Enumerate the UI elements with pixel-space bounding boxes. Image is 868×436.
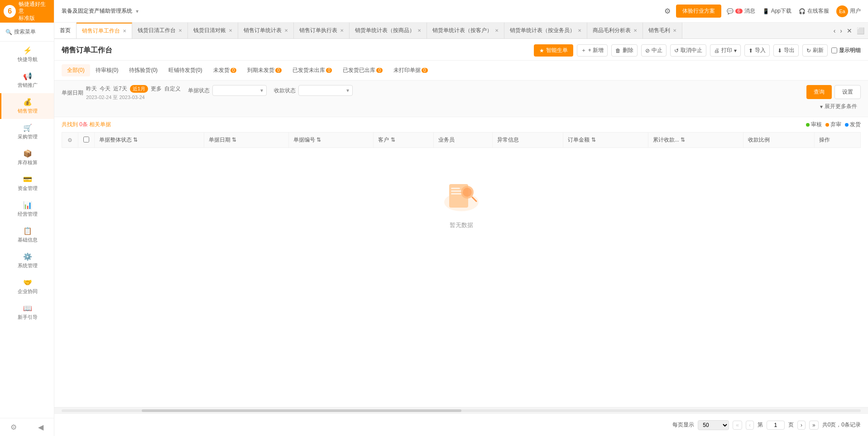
sidebar-item-sales[interactable]: 💰 销售管理	[0, 93, 54, 119]
search-menu-button[interactable]: 🔍 搜索菜单	[3, 26, 51, 38]
query-button[interactable]: 查询	[806, 85, 832, 99]
last-page-button[interactable]: »	[809, 421, 819, 430]
sidebar-item-inventory[interactable]: 📦 库存核算	[0, 145, 54, 171]
add-button[interactable]: ＋ + 新增	[577, 44, 608, 57]
page-input[interactable]	[767, 421, 785, 430]
tab-scroll-prev[interactable]: ‹	[832, 26, 838, 35]
col-date-header[interactable]: 单据日期 ⇅	[204, 133, 288, 148]
tab-sales-stats[interactable]: 销售订单统计表 ✕	[238, 23, 294, 38]
tab-sales-customer-stats[interactable]: 销货单统计表（按客户） ✕	[427, 23, 504, 38]
tab-close-sales-product[interactable]: ✕	[417, 28, 421, 33]
per-page-select[interactable]: 10 20 50 100	[698, 420, 729, 430]
select-all-checkbox[interactable]	[83, 137, 89, 142]
col-customer-header[interactable]: 客户 ⇅	[374, 133, 434, 148]
tab-home[interactable]: 首页	[54, 23, 77, 38]
tab-sales-exec[interactable]: 销售订单执行表 ✕	[294, 23, 350, 38]
show-detail-label[interactable]: 显示明细	[831, 47, 861, 54]
col-amount-header[interactable]: 订单金额 ⇅	[563, 133, 648, 148]
sub-tab-not-shipped[interactable]: 未发货0	[208, 64, 242, 76]
app-download-button[interactable]: 📱 App下载	[762, 7, 791, 15]
filter-date-more[interactable]: 更多	[151, 85, 162, 93]
col-status-header[interactable]: 单据整体状态 ⇅	[95, 133, 204, 148]
first-page-button[interactable]: «	[733, 421, 742, 430]
cancel-audit-action[interactable]: 弃审	[825, 121, 841, 128]
export-button[interactable]: ⬇ 导出	[773, 44, 799, 57]
tab-close-cash-reconcile[interactable]: ✕	[229, 28, 232, 33]
smart-create-button[interactable]: ★ 智能生单	[534, 44, 573, 57]
guide-icon: 📖	[23, 304, 32, 313]
sub-tab-wangpu-pending[interactable]: 旺铺待发货(0)	[163, 64, 208, 76]
filter-payment-item: 收款状态	[274, 85, 353, 96]
system-title-arrow[interactable]: ▾	[136, 8, 139, 14]
sidebar-item-guide[interactable]: 📖 新手引导	[0, 299, 54, 325]
col-received-header[interactable]: 累计收款... ⇅	[648, 133, 743, 148]
tab-restore[interactable]: ⬜	[855, 26, 866, 35]
tab-close-sales-gross[interactable]: ✕	[673, 28, 676, 33]
set-button[interactable]: 设置	[834, 85, 861, 99]
tab-close-sales-stats[interactable]: ✕	[284, 28, 288, 33]
tab-sales-product-stats[interactable]: 销货单统计表（按商品） ✕	[350, 23, 427, 38]
sub-tab-not-printed[interactable]: 未打印单据0	[388, 64, 433, 76]
prev-page-button[interactable]: ‹	[746, 421, 754, 430]
filter-date-custom[interactable]: 自定义	[164, 85, 181, 93]
col-number-header[interactable]: 单据编号 ⇅	[289, 133, 374, 148]
trial-button[interactable]: 体验行业方案	[676, 5, 721, 18]
sidebar-item-system[interactable]: ⚙️ 系统管理	[0, 248, 54, 274]
cancel-stop-button[interactable]: ↺ 取消中止	[670, 44, 706, 57]
tab-close-sales-staff[interactable]: ✕	[578, 28, 581, 33]
sub-tab-pending-review[interactable]: 待审核(0)	[90, 64, 124, 76]
sub-tab-overdue[interactable]: 到期未发货0	[242, 64, 287, 76]
stop-button[interactable]: ⊘ 中止	[641, 44, 667, 57]
sidebar-item-operations[interactable]: 📊 经营管理	[0, 196, 54, 222]
scrollbar-thumb[interactable]	[142, 409, 461, 412]
tab-close-sales-workbench[interactable]: ✕	[123, 28, 126, 33]
tab-close-sales-exec[interactable]: ✕	[340, 28, 344, 33]
tab-gross-profit[interactable]: 商品毛利分析表 ✕	[587, 23, 643, 38]
sidebar-settings-button[interactable]: ⚙	[10, 423, 17, 431]
tab-cash-daily[interactable]: 钱货日清工作台 ✕	[132, 23, 188, 38]
sub-tab-all[interactable]: 全部(0)	[62, 64, 90, 76]
col-settings-header[interactable]: ⚙	[62, 133, 78, 148]
refresh-button[interactable]: ↻ 刷新	[802, 44, 828, 57]
next-page-button[interactable]: ›	[797, 421, 806, 430]
tab-close-gross-profit[interactable]: ✕	[633, 28, 637, 33]
sub-tab-shipped-warehoused[interactable]: 已发货已出库0	[337, 64, 388, 76]
tab-close-sales-customer[interactable]: ✕	[495, 28, 499, 33]
sidebar-item-purchase[interactable]: 🛒 采购管理	[0, 119, 54, 145]
show-detail-checkbox[interactable]	[831, 47, 837, 53]
import-button[interactable]: ⬆ 导入	[744, 44, 770, 57]
main-area: 装备及固定资产辅助管理系统 ▾ ⚙ 体验行业方案 💬 6 消息 📱 App下载 …	[54, 0, 868, 436]
audit-action[interactable]: 审核	[806, 121, 822, 128]
sub-tab-shipped-not-warehoused[interactable]: 已发货未出库0	[287, 64, 338, 76]
filter-payment-select[interactable]	[298, 85, 353, 96]
sidebar-item-quick-nav[interactable]: ⚡ 快捷导航	[0, 42, 54, 67]
tab-sales-gross[interactable]: 销售毛利 ✕	[643, 23, 682, 38]
filter-status-select[interactable]	[212, 85, 267, 96]
delete-button[interactable]: 🗑 删除	[611, 44, 638, 57]
tab-scroll-next[interactable]: ›	[838, 26, 844, 35]
online-service-button[interactable]: 🎧 在线客服	[799, 7, 829, 15]
filter-date-7days[interactable]: 近7天	[113, 85, 127, 93]
sidebar-item-finance[interactable]: 💳 资金管理	[0, 171, 54, 196]
sub-tab-pending-inspect[interactable]: 待拣验货(0)	[124, 64, 163, 76]
horizontal-scrollbar[interactable]	[54, 407, 868, 413]
tab-close-cash-daily[interactable]: ✕	[178, 28, 182, 33]
filter-date-yesterday[interactable]: 昨天	[86, 85, 97, 93]
print-button[interactable]: 🖨 打印 ▾	[710, 44, 741, 57]
tab-sales-workbench[interactable]: 销售订单工作台 ✕	[77, 23, 132, 38]
sidebar-item-marketing[interactable]: 📢 营销推广	[0, 67, 54, 93]
ship-action[interactable]: 发货	[845, 121, 861, 128]
user-menu[interactable]: Ea 用户	[836, 5, 861, 17]
tab-cash-reconcile[interactable]: 钱货日清对账 ✕	[188, 23, 238, 38]
sidebar-collapse-button[interactable]: ◀	[38, 423, 43, 431]
filter-date-today[interactable]: 今天	[100, 85, 110, 93]
topbar-settings-icon[interactable]: ⚙	[664, 7, 671, 15]
col-check-header[interactable]	[78, 133, 95, 148]
expand-filter-button[interactable]: ▾ 展开更多条件	[816, 101, 861, 112]
tab-sales-staff-stats[interactable]: 销货单统计表（按业务员） ✕	[504, 23, 587, 38]
filter-date-1month[interactable]: 近1月	[130, 85, 148, 93]
sidebar-item-enterprise[interactable]: 🤝 企业协同	[0, 274, 54, 299]
tab-close-all[interactable]: ✕	[845, 26, 854, 35]
message-button[interactable]: 💬 6 消息	[727, 7, 755, 15]
sidebar-item-base-info[interactable]: 📋 基础信息	[0, 222, 54, 248]
